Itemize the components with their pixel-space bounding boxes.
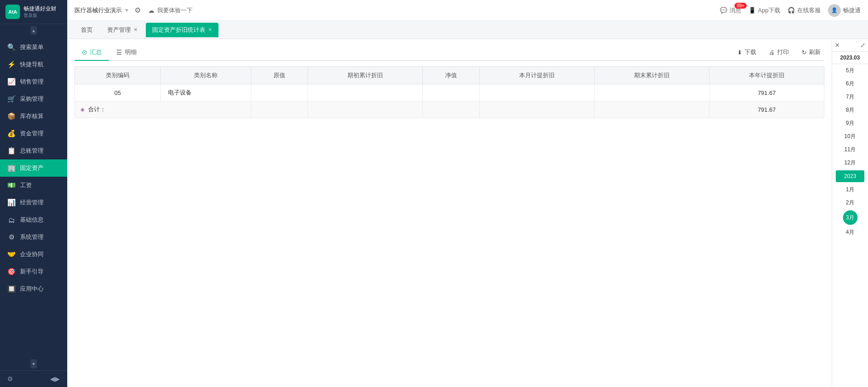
tab-close-2[interactable]: ✕: [208, 27, 212, 33]
date-month-10月[interactable]: 10月: [832, 130, 868, 143]
sidebar-item-经营管理[interactable]: 📊经营管理: [0, 194, 67, 211]
tab-label-2: 固定资产折旧统计表: [152, 26, 205, 34]
detail-label: 明细: [125, 48, 137, 56]
nav-label-4: 库存核算: [20, 112, 44, 120]
content-area: ⊙ 汇总 ☰ 明细 ⬇ 下载 🖨 打印: [67, 39, 868, 387]
date-year-2023: 2023: [836, 170, 864, 182]
date-month-5月[interactable]: 5月: [832, 64, 868, 77]
date-panel-expand-icon[interactable]: ⤢: [860, 42, 865, 49]
col-initial-dep: 期初累计折旧: [308, 67, 423, 84]
row-end-dep: [595, 84, 709, 101]
sidebar-item-企业协同[interactable]: 🤝企业协同: [0, 246, 67, 263]
sidebar-scroll-down[interactable]: ▼: [30, 359, 37, 368]
sidebar-item-工资[interactable]: 💵工资: [0, 177, 67, 194]
topbar-right: 💬 消息 99+ 📱 App下载 🎧 在线客服 👤 畅捷通: [720, 4, 861, 17]
sidebar-item-采购管理[interactable]: 🛒采购管理: [0, 90, 67, 108]
message-icon: 💬: [720, 7, 727, 14]
nav-icon-4: 📦: [7, 112, 15, 120]
nav-label-13: 新手引导: [20, 268, 44, 276]
download-button[interactable]: 📱 App下载: [749, 6, 780, 15]
depreciation-table: 类别编码 类别名称 原值 期初累计折旧 净值 本月计提折旧 期末累计折旧 本年计…: [74, 66, 824, 118]
topbar: 医疗器械行业演示 ▼ ⚙ ☁ 我要体验一下 💬 消息 99+ 📱 App下载 🎧…: [67, 0, 868, 21]
tab-资产管理[interactable]: 资产管理✕: [101, 23, 144, 37]
sidebar-item-快捷导航[interactable]: ⚡快捷导航: [0, 56, 67, 73]
nav-icon-0: 🔍: [7, 43, 15, 51]
tab-label-1: 资产管理: [107, 26, 131, 34]
nav-label-11: 系统管理: [20, 233, 44, 241]
date-month-2023-4月[interactable]: 4月: [832, 226, 868, 239]
sidebar-logo: AtA 畅捷通好业财 普及版: [0, 0, 67, 24]
collapse-icon[interactable]: ◀▶: [50, 375, 60, 382]
tab-首页[interactable]: 首页: [74, 23, 99, 37]
user-name: 畅捷通: [843, 6, 861, 15]
sidebar-item-固定资产[interactable]: 🏢固定资产: [0, 159, 67, 177]
print-btn-label: 打印: [777, 48, 789, 56]
sidebar-item-库存核算[interactable]: 📦库存核算: [0, 108, 67, 125]
message-button[interactable]: 💬 消息 99+: [720, 6, 741, 15]
date-month-11月[interactable]: 11月: [832, 143, 868, 156]
date-month-6月[interactable]: 6月: [832, 77, 868, 90]
date-month-12月[interactable]: 12月: [832, 156, 868, 169]
app-name: 畅捷通好业财: [24, 5, 56, 13]
nav-icon-12: 🤝: [7, 250, 15, 258]
refresh-btn[interactable]: ↻ 刷新: [798, 46, 824, 58]
date-month-7月[interactable]: 7月: [832, 90, 868, 104]
subtotal-label: ◈ 合计：: [75, 101, 251, 118]
company-settings-icon[interactable]: ⚙: [134, 6, 141, 15]
date-month-2023-3月[interactable]: 3月: [843, 210, 858, 225]
row-name: 电子设备: [161, 84, 251, 101]
company-selector[interactable]: 医疗器械行业演示 ▼: [74, 6, 129, 15]
service-label: 在线客服: [797, 6, 821, 15]
nav-icon-5: 💰: [7, 129, 15, 138]
toolbar-right: ⬇ 下载 🖨 打印 ↻ 刷新: [734, 46, 824, 58]
sidebar-item-新手引导[interactable]: 🎯新手引导: [0, 263, 67, 280]
nav-label-3: 采购管理: [20, 95, 44, 103]
col-name: 类别名称: [161, 67, 251, 84]
subtotal-end-dep: [595, 101, 709, 118]
sidebar-item-总账管理[interactable]: 📋总账管理: [0, 142, 67, 159]
date-panel-header: 2023.03: [832, 52, 868, 64]
company-dropdown-arrow: ▼: [124, 8, 129, 13]
nav-icon-10: 🗂: [7, 216, 15, 224]
settings-icon[interactable]: ⚙: [7, 375, 13, 382]
nav-icon-13: 🎯: [7, 268, 15, 276]
company-name: 医疗器械行业演示: [74, 6, 122, 15]
col-code: 类别编码: [75, 67, 161, 84]
download-icon: 📱: [749, 7, 756, 14]
nav-icon-14: 🔲: [7, 285, 15, 293]
date-month-2023-1月[interactable]: 1月: [832, 183, 868, 196]
service-button[interactable]: 🎧 在线客服: [788, 6, 821, 15]
sidebar-item-销售管理[interactable]: 📈销售管理: [0, 73, 67, 90]
date-panel: ✕ ⤢ 2023.03 5月6月7月8月9月10月11月12月20231月2月3…: [832, 39, 868, 387]
sidebar-item-系统管理[interactable]: ⚙系统管理: [0, 228, 67, 246]
tab-close-1[interactable]: ✕: [134, 27, 138, 33]
date-month-2023-2月[interactable]: 2月: [832, 196, 868, 209]
sub-tab-detail[interactable]: ☰ 明细: [109, 45, 144, 61]
refresh-btn-label: 刷新: [809, 48, 821, 56]
subtotal-net-value: [423, 101, 480, 118]
sidebar-item-搜索菜单[interactable]: 🔍搜索菜单: [0, 39, 67, 56]
print-btn[interactable]: 🖨 打印: [765, 46, 793, 58]
user-menu[interactable]: 👤 畅捷通: [828, 4, 861, 17]
date-month-8月[interactable]: 8月: [832, 104, 868, 117]
sidebar-item-应用中心[interactable]: 🔲应用中心: [0, 280, 67, 298]
nav-label-7: 固定资产: [20, 164, 44, 172]
date-panel-close-icon[interactable]: ✕: [835, 42, 840, 49]
nav-icon-1: ⚡: [7, 60, 15, 69]
sidebar-item-资金管理[interactable]: 💰资金管理: [0, 125, 67, 142]
sidebar-scroll-up[interactable]: ▲: [30, 26, 37, 35]
sub-tab-summary[interactable]: ⊙ 汇总: [74, 45, 109, 61]
message-badge: 99+: [734, 3, 747, 9]
subtotal-icon: ◈: [80, 106, 84, 113]
download-btn[interactable]: ⬇ 下载: [734, 46, 760, 58]
tab-固定资产折旧统计表[interactable]: 固定资产折旧统计表✕: [146, 23, 218, 37]
subtotal-row: ◈ 合计： 791.67: [75, 101, 824, 118]
date-month-9月[interactable]: 9月: [832, 117, 868, 130]
date-nav-list: 5月6月7月8月9月10月11月12月20231月2月3月4月: [832, 64, 868, 387]
sidebar-nav: 🔍搜索菜单⚡快捷导航📈销售管理🛒采购管理📦库存核算💰资金管理📋总账管理🏢固定资产…: [0, 37, 67, 357]
trial-button[interactable]: ☁ 我要体验一下: [148, 6, 193, 15]
refresh-btn-icon: ↻: [802, 49, 807, 56]
sidebar-item-基础信息[interactable]: 🗂基础信息: [0, 211, 67, 228]
trial-label: 我要体验一下: [157, 6, 193, 15]
nav-label-1: 快捷导航: [20, 60, 44, 69]
